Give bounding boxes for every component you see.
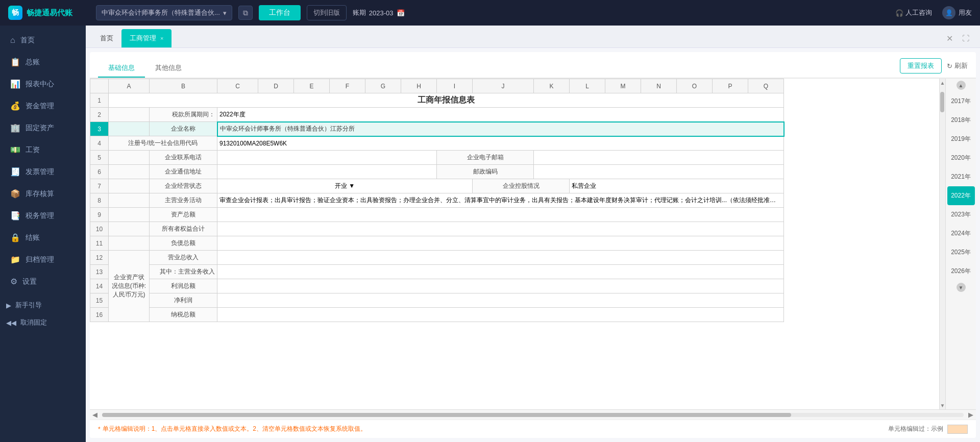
horizontal-scrollbar[interactable]: ◀ ▶ [90, 409, 976, 420]
cell-5k[interactable] [534, 151, 784, 165]
sidebar-item-finance[interactable]: 💰 资金管理 [0, 95, 86, 117]
collapse-down-button[interactable]: ▼ [957, 283, 966, 292]
sidebar-item-archive[interactable]: 📁 归档管理 [0, 249, 86, 271]
refresh-icon: ↻ [947, 62, 952, 70]
col-header-p: P [713, 79, 748, 93]
sidebar-item-invoice[interactable]: 🧾 发票管理 [0, 161, 86, 183]
scroll-left-button[interactable]: ◀ [90, 411, 100, 419]
cell-10b: 所有者权益合计 [150, 222, 217, 236]
tab-close-icon[interactable]: × [160, 35, 163, 41]
vertical-scrollbar[interactable]: ▲ ▼ [939, 79, 945, 409]
hint-star: * [98, 426, 101, 433]
cell-16c[interactable] [217, 308, 784, 322]
sidebar-item-inventory[interactable]: 📦 库存核算 [0, 183, 86, 205]
cell-5c[interactable] [217, 151, 437, 165]
support-button[interactable]: 🎧 人工咨询 [895, 8, 932, 17]
sidebar-item-settings[interactable]: ⚙ 设置 [0, 271, 86, 292]
row-num-14: 14 [90, 279, 109, 293]
year-2026[interactable]: 2026年 [947, 262, 975, 281]
tab-other-info[interactable]: 其他信息 [145, 59, 192, 78]
reset-report-button[interactable]: 重置报表 [900, 58, 942, 73]
sidebar-item-closing[interactable]: 🔒 结账 [0, 227, 86, 249]
salary-icon: 💵 [10, 145, 20, 155]
window-expand-button[interactable]: ⛶ [960, 32, 972, 44]
year-2023[interactable]: 2023年 [947, 205, 975, 224]
year-2021[interactable]: 2021年 [947, 167, 975, 186]
archive-icon: 📁 [10, 255, 20, 264]
sample-cell-example [947, 425, 968, 434]
scroll-track[interactable] [940, 87, 945, 401]
avatar: 👤 [942, 6, 955, 19]
sidebar: ⌂ 首页 📋 总账 📊 报表中心 💰 资金管理 🏢 固定资产 💵 工资 🧾 发票… [0, 26, 86, 442]
sheet-title[interactable]: 工商年报信息表 [109, 93, 784, 108]
period-area: 账期 2023-03 📅 [353, 8, 405, 17]
cell-11c[interactable] [217, 236, 784, 251]
sub-tab-bar: 基础信息 其他信息 重置报表 ↻ 刷新 [90, 52, 976, 79]
scroll-up-button[interactable]: ▲ [940, 79, 945, 87]
calendar-icon[interactable]: 📅 [397, 9, 405, 17]
sidebar-item-report[interactable]: 📊 报表中心 [0, 73, 86, 95]
table-row: 14 利润总额 [90, 279, 784, 293]
cell-3b: 企业名称 [150, 122, 217, 136]
year-2020[interactable]: 2020年 [947, 149, 975, 167]
cell-13c[interactable] [217, 265, 784, 279]
h-scroll-track[interactable] [102, 413, 964, 417]
year-2018[interactable]: 2018年 [947, 111, 975, 130]
cell-14c[interactable] [217, 279, 784, 293]
sidebar-unpin[interactable]: ◀◀ 取消固定 [0, 314, 86, 331]
company-name: 中审众环会计师事务所（特殊普通合伙... [102, 8, 220, 17]
tab-home[interactable]: 首页 [94, 29, 119, 47]
sidebar-newbie-guide[interactable]: ▶ 新手引导 [0, 297, 86, 314]
company-selector[interactable]: 中审众环会计师事务所（特殊普通合伙... ▾ [96, 5, 232, 20]
copy-icon[interactable]: ⧉ [238, 6, 253, 20]
refresh-button[interactable]: ↻ 刷新 [947, 61, 968, 70]
sidebar-item-home[interactable]: ⌂ 首页 [0, 30, 86, 51]
user-area[interactable]: 👤 用友 [942, 6, 972, 19]
table-row: 15 净利润 [90, 293, 784, 308]
workbench-button[interactable]: 工作台 [259, 5, 301, 20]
cell-10c[interactable] [217, 222, 784, 236]
cell-7k[interactable]: 私营企业 [570, 179, 784, 193]
cell-6k[interactable] [534, 165, 784, 179]
scroll-right-button[interactable]: ▶ [966, 411, 976, 419]
cell-8c[interactable]: 审查企业会计报表；出具审计报告；验证企业资本；出具验资报告；办理企业合并、分立、… [217, 193, 784, 208]
scroll-down-button[interactable]: ▼ [940, 401, 945, 409]
cell-2b: 税款所属期间： [150, 108, 217, 122]
year-2022[interactable]: 2022年 [947, 186, 975, 205]
table-row: 8 主营业务活动 审查企业会计报表；出具审计报告；验证企业资本；出具验资报告；办… [90, 193, 784, 208]
table-row: 16 纳税总额 [90, 308, 784, 322]
cell-6a [109, 165, 150, 179]
cell-9c[interactable] [217, 208, 784, 222]
year-2017[interactable]: 2017年 [947, 92, 975, 111]
row-num-9: 9 [90, 208, 109, 222]
sidebar-item-salary[interactable]: 💵 工资 [0, 139, 86, 161]
table-row: 2 税款所属期间： 2022年度 [90, 108, 784, 122]
old-version-button[interactable]: 切到旧版 [307, 5, 347, 20]
tab-business[interactable]: 工商管理 × [121, 29, 172, 47]
cell-5j: 企业电子邮箱 [437, 151, 534, 165]
cell-2c[interactable]: 2022年度 [217, 108, 784, 122]
cell-5b: 企业联系电话 [150, 151, 217, 165]
cell-3c[interactable]: 中审众环会计师事务所（特殊普通合伙）江苏分所 [217, 122, 784, 136]
spreadsheet-container[interactable]: A B C D E F G H I J K L [90, 79, 939, 409]
sidebar-item-asset[interactable]: 🏢 固定资产 [0, 117, 86, 139]
cell-14b: 利润总额 [150, 279, 217, 293]
table-row: 10 所有者权益合计 [90, 222, 784, 236]
collapse-up-button[interactable]: ▲ [957, 81, 966, 90]
table-row: 1 工商年报信息表 [90, 93, 784, 108]
cell-7c[interactable]: 开业 ▼ [217, 179, 473, 193]
sidebar-item-ledger[interactable]: 📋 总账 [0, 51, 86, 73]
year-2019[interactable]: 2019年 [947, 130, 975, 149]
period-value: 2023-03 [369, 9, 394, 17]
year-2025[interactable]: 2025年 [947, 243, 975, 262]
cell-12c[interactable] [217, 251, 784, 265]
h-scroll-thumb[interactable] [102, 413, 791, 417]
cell-15c[interactable] [217, 293, 784, 308]
cell-4c[interactable]: 91320100MA208E5W6K [217, 136, 784, 151]
window-close-button[interactable]: ✕ [943, 32, 955, 44]
scroll-thumb[interactable] [940, 92, 944, 112]
year-2024[interactable]: 2024年 [947, 224, 975, 243]
sidebar-item-tax[interactable]: 📑 税务管理 [0, 205, 86, 227]
cell-6c[interactable] [217, 165, 437, 179]
tab-basic-info[interactable]: 基础信息 [98, 59, 145, 78]
